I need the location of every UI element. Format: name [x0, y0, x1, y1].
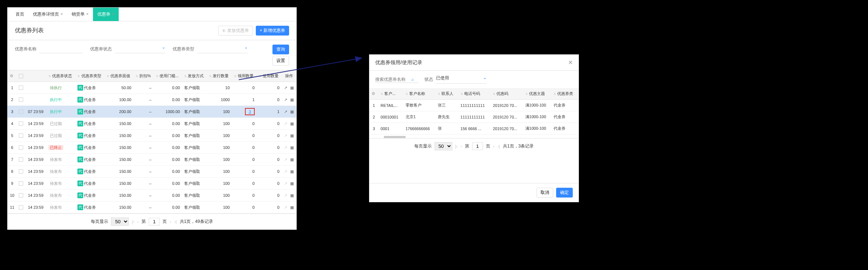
- tab-优惠券[interactable]: 优惠券×: [93, 8, 119, 21]
- share-icon[interactable]: ↗: [284, 169, 287, 174]
- table-row[interactable]: 6 14 23:59 已终止 代 代金券 150.00 -- 0.00 客户领取…: [8, 142, 296, 154]
- gear-icon[interactable]: ⚙: [10, 74, 13, 78]
- col-cid[interactable]: 客户...: [384, 91, 395, 96]
- share-icon[interactable]: ↗: [284, 205, 287, 210]
- qrcode-icon[interactable]: ▦: [290, 109, 294, 114]
- row-checkbox[interactable]: [19, 121, 23, 126]
- share-icon[interactable]: ↗: [284, 86, 287, 90]
- qrcode-icon[interactable]: ▦: [290, 97, 294, 102]
- sort-icon[interactable]: ⇅: [209, 75, 212, 78]
- row-checkbox[interactable]: [19, 157, 23, 162]
- tab-首页[interactable]: 首页: [11, 8, 29, 21]
- next-page-icon[interactable]: ›: [493, 144, 495, 149]
- add-coupon-button[interactable]: + 新增优惠券: [256, 26, 289, 36]
- modal-page-input[interactable]: [472, 142, 483, 150]
- row-checkbox[interactable]: [19, 193, 23, 198]
- qrcode-icon[interactable]: ▦: [290, 169, 294, 174]
- cancel-button[interactable]: 取消: [537, 188, 553, 198]
- sort-icon[interactable]: ⇅: [381, 92, 383, 96]
- qrcode-icon[interactable]: ▦: [290, 145, 294, 150]
- col-cname[interactable]: 客户名称: [409, 91, 425, 96]
- settings-button[interactable]: 设置: [272, 56, 289, 66]
- share-icon[interactable]: ↗: [284, 193, 287, 198]
- modal-status-select[interactable]: 已使用 ⌄: [436, 75, 487, 84]
- sort-icon[interactable]: ⇅: [493, 92, 495, 96]
- col-method[interactable]: 发放方式: [188, 74, 204, 78]
- tab-销货单[interactable]: 销货单×: [67, 8, 93, 21]
- row-checkbox[interactable]: [19, 133, 23, 138]
- share-icon[interactable]: ↗: [284, 181, 287, 186]
- qrcode-icon[interactable]: ▦: [290, 193, 294, 198]
- table-row[interactable]: 3 0001 17666666666 张 156 6666 ... 201912…: [369, 123, 579, 134]
- col-contact[interactable]: 联系人: [441, 91, 453, 96]
- close-icon[interactable]: ×: [86, 12, 89, 17]
- col-status[interactable]: 优惠券状态: [52, 74, 72, 78]
- col-subject[interactable]: 优惠主题: [529, 91, 545, 96]
- share-icon[interactable]: ↗: [284, 97, 287, 102]
- share-icon[interactable]: ↗: [284, 157, 287, 162]
- search-icon[interactable]: ⌕: [411, 77, 414, 82]
- first-page-icon[interactable]: |‹: [132, 219, 134, 224]
- table-row[interactable]: 1 待执行 代 代金券 50.00 -- 0.00 客户领取 10 0 0 ↗ …: [8, 82, 296, 94]
- sort-icon[interactable]: ⇅: [48, 75, 51, 78]
- share-icon[interactable]: ↗: [284, 145, 287, 150]
- query-button[interactable]: 查询: [272, 45, 289, 54]
- sort-icon[interactable]: ⇅: [259, 75, 262, 78]
- col-code[interactable]: 优惠码: [496, 91, 508, 96]
- last-page-icon[interactable]: ›|: [497, 144, 500, 149]
- col-use[interactable]: 使用数量: [263, 74, 279, 78]
- sort-icon[interactable]: ⇅: [234, 75, 237, 78]
- prev-page-icon[interactable]: ‹: [461, 144, 462, 149]
- qrcode-icon[interactable]: ▦: [290, 133, 294, 138]
- row-checkbox[interactable]: [19, 169, 23, 174]
- sort-icon[interactable]: ⇅: [554, 92, 556, 96]
- table-row[interactable]: 2 00010001 北京1 唐先生 11111111111 2019120 7…: [369, 111, 579, 123]
- qrcode-icon[interactable]: ▦: [290, 181, 294, 186]
- row-checkbox[interactable]: [19, 145, 23, 150]
- table-row[interactable]: 1 RETAIL... 零散客户 张三 11111111111 2019120 …: [369, 100, 579, 111]
- table-row[interactable]: 7 14 23:59 待发布 代 代金券 150.00 -- 0.00 客户领取…: [8, 154, 296, 166]
- row-checkbox[interactable]: [19, 109, 23, 114]
- sort-icon[interactable]: ⇅: [156, 75, 158, 78]
- per-page-select[interactable]: 50: [111, 217, 129, 226]
- filter-status-select[interactable]: ⌄: [115, 45, 165, 53]
- sort-icon[interactable]: ⇅: [136, 75, 138, 78]
- table-row[interactable]: 4 14 23:59 已过期 代 代金券 150.00 -- 0.00 客户领取…: [8, 118, 296, 130]
- col-type[interactable]: 优惠券类型: [81, 74, 101, 78]
- select-all-checkbox[interactable]: [19, 74, 23, 78]
- prev-page-icon[interactable]: ‹: [137, 219, 139, 224]
- share-icon[interactable]: ↗: [284, 109, 287, 114]
- table-row[interactable]: 10 14 23:59 待发布 代 代金券 150.00 -- 0.00 客户领…: [8, 190, 296, 202]
- col-threshold[interactable]: 使用门槛...: [160, 74, 179, 78]
- tab-优惠券详情页[interactable]: 优惠券详情页×: [29, 8, 67, 21]
- table-row[interactable]: 3 07 23:59 执行中 代 代金券 200.00 -- 1000.00 客…: [8, 106, 296, 118]
- sort-icon[interactable]: ⇅: [438, 92, 440, 96]
- table-row[interactable]: 9 14 23:59 待发布 代 代金券 150.00 -- 0.00 客户领取…: [8, 178, 296, 190]
- col-discount[interactable]: 折扣%: [139, 74, 151, 78]
- sort-icon[interactable]: ⇅: [461, 92, 463, 96]
- qrcode-icon[interactable]: ▦: [290, 205, 294, 210]
- table-row[interactable]: 2 执行中 代 代金券 100.00 -- 0.00 客户领取 1000 1 0…: [8, 94, 296, 106]
- filter-name-input[interactable]: [39, 45, 83, 53]
- table-row[interactable]: 11 14 23:59 待发布 代 代金券 150.00 -- 0.00 客户领…: [8, 202, 296, 213]
- qrcode-icon[interactable]: ▦: [290, 121, 294, 126]
- search-input[interactable]: [375, 77, 411, 82]
- page-input[interactable]: [149, 218, 160, 225]
- share-icon[interactable]: ↗: [284, 121, 287, 126]
- modal-per-page-select[interactable]: 50: [435, 142, 452, 150]
- sort-icon[interactable]: ⇅: [107, 75, 109, 78]
- col-phone[interactable]: 电话号码: [464, 91, 480, 96]
- distribute-coupon-button[interactable]: ⊕ 发放优惠券: [218, 26, 253, 36]
- sort-icon[interactable]: ⇅: [525, 92, 528, 96]
- first-page-icon[interactable]: |‹: [455, 144, 458, 149]
- col-ctype[interactable]: 优惠券类: [557, 91, 573, 96]
- confirm-button[interactable]: 确定: [556, 188, 573, 198]
- col-value[interactable]: 优惠券面值: [110, 74, 130, 78]
- row-checkbox[interactable]: [19, 86, 23, 90]
- table-row[interactable]: 5 14 23:59 已过期 代 代金券 150.00 -- 0.00 客户领取…: [8, 130, 296, 142]
- share-icon[interactable]: ↗: [284, 133, 287, 138]
- col-issue[interactable]: 发行数量: [213, 74, 229, 78]
- qrcode-icon[interactable]: ▦: [290, 157, 294, 162]
- close-icon[interactable]: ×: [112, 12, 114, 17]
- row-checkbox[interactable]: [19, 205, 23, 209]
